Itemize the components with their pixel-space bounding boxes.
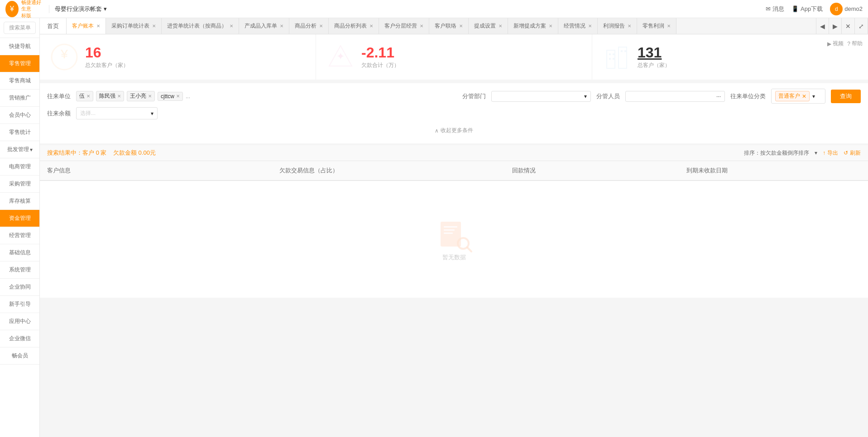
export-icon: ↑ (823, 150, 825, 156)
chevron-up-icon: ∧ (435, 128, 439, 134)
tab-close-icon[interactable]: ✕ (319, 24, 323, 28)
org-selector[interactable]: 母婴行业演示帐套 ▾ (49, 5, 114, 13)
dept-selector[interactable]: ▾ (491, 91, 591, 102)
tab-close-icon[interactable]: ✕ (152, 24, 156, 28)
filter-more-tags[interactable]: ... (186, 93, 190, 100)
data-table: 客户信息 欠款交易信息（占比） 回款情况 到期未收款日期 (40, 161, 868, 298)
tab-product-inbound[interactable]: 产成品入库单 ✕ (239, 18, 289, 34)
sidebar-item-ecommerce[interactable]: 电商管理 (0, 158, 39, 176)
more-icon: ··· (716, 93, 721, 100)
tab-close-icon[interactable]: ✕ (280, 24, 283, 28)
stats-row: ¥ 16 总欠款客户（家） ✦ (40, 34, 868, 80)
stat-label-customers: 总欠款客户（家） (85, 62, 129, 69)
tab-retail-profit[interactable]: 零售利润 ✕ (637, 18, 676, 34)
filter-label-category: 往来单位分类 (730, 92, 766, 100)
sidebar-item-basic-info[interactable]: 基础信息 (0, 244, 39, 261)
tab-instock-stats[interactable]: 进货单统计表（按商品） ✕ (162, 18, 239, 34)
export-button[interactable]: ↑ 导出 (823, 149, 838, 157)
sidebar-item-purchase[interactable]: 采购管理 (0, 176, 39, 193)
app-download-button[interactable]: 📱 App下载 (791, 5, 823, 13)
filter-tag-wang: 王小亮 ✕ (127, 91, 155, 101)
tab-close-icon[interactable]: ✕ (628, 24, 631, 28)
refresh-button[interactable]: ↺ 刷新 (844, 149, 861, 157)
svg-text:¥: ¥ (60, 47, 68, 61)
tab-product-analysis-list[interactable]: 商品分析列表 ✕ (329, 18, 379, 34)
tab-product-analysis[interactable]: 商品分析 ✕ (289, 18, 329, 34)
tab-profit-report[interactable]: 利润报告 ✕ (598, 18, 637, 34)
content-area: 首页 客户账本 ✕ 采购订单统计表 ✕ 进货单统计表（按商品） ✕ 产成品入库单… (40, 18, 868, 437)
empty-text: 暂无数据 (442, 253, 466, 261)
sidebar-item-system[interactable]: 系统管理 (0, 261, 39, 279)
tab-bar: 首页 客户账本 ✕ 采购订单统计表 ✕ 进货单统计表（按商品） ✕ 产成品入库单… (40, 18, 868, 34)
tab-customer-contact[interactable]: 客户联络 ✕ (429, 18, 469, 34)
tab-scroll-right[interactable]: ▶ (829, 18, 842, 34)
stat-right-icons: ▶ 视频 ? 帮助 (827, 40, 863, 48)
sidebar-search-area: 搜索菜单 (0, 18, 39, 38)
search-menu-button[interactable]: 搜索菜单 (4, 22, 36, 34)
tab-close-icon[interactable]: ✕ (499, 24, 502, 28)
sidebar-item-retail-mall[interactable]: 零售商城 (0, 72, 39, 90)
category-selector[interactable]: 普通客户 ✕ ▾ (771, 89, 825, 104)
tab-close-icon[interactable]: ✕ (96, 24, 100, 28)
collapse-more-button[interactable]: ∧ 收起更多条件 (435, 125, 473, 136)
filter-label-dept: 分管部门 (462, 92, 486, 100)
help-button[interactable]: ? 帮助 (847, 40, 863, 48)
sidebar-item-app-center[interactable]: 应用中心 (0, 313, 39, 330)
tab-commission-settings[interactable]: 提成设置 ✕ (469, 18, 508, 34)
yuan-icon: ¥ (51, 43, 78, 71)
sidebar: 搜索菜单 快捷导航 零售管理 零售商城 营销推广 会员中心 零售统计 批发管理 … (0, 18, 40, 437)
tab-close-icon[interactable]: ✕ (459, 24, 463, 28)
tab-close-icon[interactable]: ✕ (588, 24, 592, 28)
sidebar-item-wholesale[interactable]: 批发管理 ▾ (0, 141, 39, 158)
tab-customer-tier[interactable]: 客户分层经营 ✕ (379, 18, 429, 34)
tab-add-commission[interactable]: 新增提成方案 ✕ (508, 18, 558, 34)
tab-customer-ledger[interactable]: 客户账本 ✕ (67, 18, 106, 34)
tab-close-icon[interactable]: ✕ (369, 24, 373, 28)
tab-purchase-order-stats[interactable]: 采购订单统计表 ✕ (106, 18, 162, 34)
tab-close-icon[interactable]: ✕ (549, 24, 552, 28)
svg-rect-7 (613, 53, 614, 55)
sidebar-item-member-app[interactable]: 畅会员 (0, 347, 39, 365)
sidebar-item-retail-management[interactable]: 零售管理 (0, 55, 39, 72)
remove-tag-chen[interactable]: ✕ (117, 94, 121, 99)
sidebar-item-finance[interactable]: 资金管理 (0, 210, 39, 227)
logo-icon: ¥ (5, 1, 19, 17)
refresh-icon: ↺ (844, 150, 848, 156)
col-header-repay: 回款情况 (512, 166, 686, 175)
video-help-button[interactable]: ▶ 视频 (827, 40, 844, 48)
remove-tag-cjttcw[interactable]: ✕ (176, 94, 180, 99)
sidebar-item-member-center[interactable]: 会员中心 (0, 107, 39, 124)
sort-chevron-icon[interactable]: ▾ (815, 150, 817, 156)
col-header-debt: 欠款交易信息（占比） (279, 166, 512, 175)
sidebar-item-inventory[interactable]: 库存核算 (0, 193, 39, 210)
tab-close-all[interactable]: ✕ (842, 18, 855, 34)
tab-home[interactable]: 首页 (40, 18, 67, 34)
stat-label-debt: 欠款合计（万） (361, 62, 399, 69)
tab-close-icon[interactable]: ✕ (667, 24, 671, 28)
sidebar-item-quick-nav[interactable]: 快捷导航 (0, 38, 39, 55)
question-icon: ? (847, 41, 850, 47)
remove-category-tag[interactable]: ✕ (802, 93, 806, 100)
no-data-icon (432, 217, 477, 253)
sidebar-item-operation[interactable]: 经营管理 (0, 227, 39, 244)
tab-expand[interactable]: ⤢ (855, 18, 868, 34)
sidebar-item-enterprise-wechat[interactable]: 企业微信 (0, 330, 39, 347)
tab-close-icon[interactable]: ✕ (420, 24, 423, 28)
svg-rect-6 (609, 53, 611, 55)
remove-tag-wu[interactable]: ✕ (86, 94, 90, 99)
filter-tag-chen: 陈民强 ✕ (96, 91, 124, 101)
messages-button[interactable]: ✉ 消息 (766, 5, 784, 13)
tab-scroll-left[interactable]: ◀ (816, 18, 829, 34)
query-button[interactable]: 查询 (831, 90, 861, 103)
filter-row-balance: 往来余额 选择... ▾ (47, 107, 861, 119)
balance-selector[interactable]: 选择... ▾ (76, 107, 158, 119)
tab-operations[interactable]: 经营情况 ✕ (558, 18, 598, 34)
sidebar-item-marketing[interactable]: 营销推广 (0, 90, 39, 107)
remove-tag-wang[interactable]: ✕ (148, 94, 152, 99)
tab-close-icon[interactable]: ✕ (230, 24, 233, 28)
sidebar-item-enterprise-collab[interactable]: 企业协同 (0, 279, 39, 296)
person-selector[interactable]: ··· (625, 91, 725, 102)
sidebar-item-retail-stats[interactable]: 零售统计 (0, 124, 39, 141)
user-menu[interactable]: d demo2 (830, 3, 863, 15)
sidebar-item-newbie-guide[interactable]: 新手引导 (0, 296, 39, 313)
